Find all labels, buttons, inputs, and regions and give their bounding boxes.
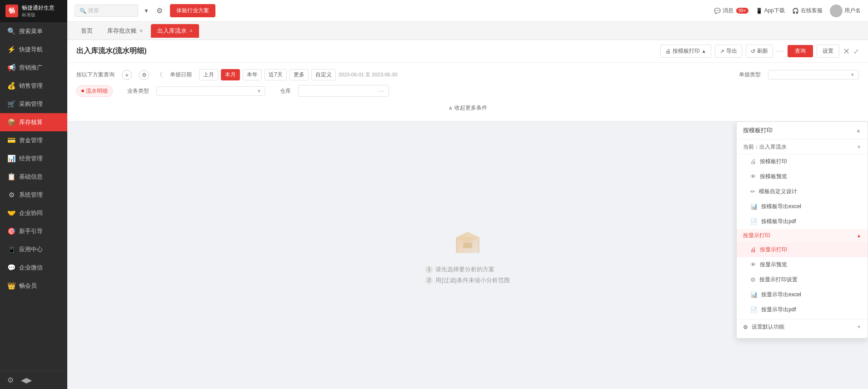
dropdown-footer[interactable]: ⚙ 设置默认功能 ▼	[737, 319, 868, 334]
logo-icon: 畅	[5, 5, 18, 17]
close-page-icon[interactable]: ✕	[843, 46, 850, 56]
expand-page-icon[interactable]: ⤢	[853, 48, 859, 55]
template-print-btn[interactable]: 🖨 按模板打印 ▲	[660, 45, 711, 58]
filter-collapse-icon[interactable]: 《	[156, 71, 163, 79]
sidebar-item-cooperation[interactable]: 🤝 企业协同	[0, 204, 67, 222]
filter-row-1: 按以下方案查询 + ⚙ 《 单据日期 上月 本月 本年 近7天 更多 自定义 2…	[76, 69, 859, 80]
message-btn[interactable]: 💬 消息 99+	[714, 7, 748, 15]
sidebar-item-label: 销售管理	[19, 82, 43, 90]
sidebar-item-purchase[interactable]: 🛒 采购管理	[0, 95, 67, 113]
chevron-up-icon: ∧	[449, 105, 453, 111]
empty-icon	[449, 224, 486, 260]
dropdown-item-label: 按显示导出excel	[761, 291, 801, 299]
tip-1-text: 请先选择要分析的方案	[435, 265, 494, 274]
trial-button[interactable]: 体验行业方案	[170, 4, 215, 17]
header-gear-icon[interactable]: ⚙	[156, 6, 163, 15]
sidebar-item-guide[interactable]: 🎯 新手引导	[0, 222, 67, 240]
dropdown-item-label: 按显示打印设置	[759, 276, 798, 284]
shortcut-icon: ⚡	[7, 45, 15, 54]
tab-flow-close[interactable]: ×	[190, 28, 193, 34]
chevron-up-icon: ▲	[702, 49, 706, 54]
dropdown-item-display-settings[interactable]: ⚙ 按显示打印设置	[737, 272, 868, 287]
dropdown-item-display-pdf[interactable]: 📄 按显示导出pdf	[737, 302, 868, 317]
sidebar-item-label: 畅会员	[19, 282, 37, 290]
date-btn-last-month[interactable]: 上月	[199, 69, 218, 80]
filter-settings-button[interactable]: ⚙	[139, 70, 149, 80]
dropdown-item-label: 按显示预览	[760, 261, 787, 269]
dropdown-item-template-print[interactable]: 🖨 按模板打印	[737, 154, 868, 169]
section-arrow-icon[interactable]: ▲	[857, 233, 861, 238]
date-btn-more[interactable]: 更多	[289, 69, 309, 80]
dropdown-section-display[interactable]: 按显示打印 ▲	[737, 229, 868, 242]
export-label: 导出	[726, 47, 737, 55]
date-btn-custom[interactable]: 自定义	[311, 69, 336, 80]
dropdown-header: 按模板打印 ▲	[737, 122, 868, 140]
filter-add-button[interactable]: +	[122, 70, 132, 80]
page-header-actions: 🖨 按模板打印 ▲ ↗ 导出 ↺ 刷新 ··· 查询 设置 ✕ ⤢	[660, 45, 859, 58]
tip-2-num: 2	[425, 277, 433, 284]
display-pdf-icon: 📄	[750, 306, 758, 313]
date-btn-7days[interactable]: 近7天	[264, 69, 287, 80]
template-print-label: 按模板打印	[673, 47, 700, 55]
more-actions-icon[interactable]: ···	[777, 47, 784, 55]
wechat-icon: 💬	[7, 264, 15, 272]
dropdown-item-template-pdf[interactable]: 📄 按模板导出pdf	[737, 214, 868, 229]
sidebar-item-appcenter[interactable]: 📱 应用中心	[0, 240, 67, 259]
header-search-icon: 🔍	[80, 8, 86, 14]
sidebar-item-shortcut[interactable]: ⚡ 快捷导航	[0, 40, 67, 59]
svg-rect-2	[463, 243, 472, 248]
print-icon: 🖨	[665, 48, 671, 55]
dropdown-item-display-preview[interactable]: 👁 按显示预览	[737, 257, 868, 272]
settings-button[interactable]: 设置	[817, 45, 839, 58]
sidebar-nav: 🔍 搜索菜单 ⚡ 快捷导航 📢 营销推广 💰 销售管理 🛒 采购管理 📦 库存核…	[0, 22, 67, 371]
dropdown-item-display-print[interactable]: 🖨 按显示打印	[737, 242, 868, 257]
tab-home[interactable]: 首页	[75, 24, 99, 38]
sidebar-item-sales[interactable]: 💰 销售管理	[0, 77, 67, 95]
sidebar-item-label: 搜索菜单	[19, 27, 43, 35]
logo-title: 畅捷通好生意	[22, 5, 55, 12]
query-button[interactable]: 查询	[788, 45, 813, 57]
dropdown-item-display-excel[interactable]: 📊 按显示导出excel	[737, 287, 868, 302]
sidebar-item-finance[interactable]: 💳 资金管理	[0, 131, 67, 150]
collapse-icon[interactable]: ◀▶	[21, 376, 32, 384]
sidebar-item-marketing[interactable]: 📢 营销推广	[0, 59, 67, 77]
dropdown-item-label: 模板自定义设计	[759, 188, 797, 195]
current-arrow-icon[interactable]: ▼	[857, 145, 861, 150]
type-filter-input[interactable]: ▼	[768, 70, 859, 80]
sidebar-item-wechat[interactable]: 💬 企业微信	[0, 259, 67, 277]
sidebar-item-search[interactable]: 🔍 搜索菜单	[0, 22, 67, 40]
online-service-btn[interactable]: 🎧 在线客服	[792, 7, 823, 15]
sidebar-item-vip[interactable]: 👑 畅会员	[0, 277, 67, 295]
refresh-btn[interactable]: ↺ 刷新	[746, 45, 773, 58]
finance-icon: 💳	[7, 136, 15, 145]
warehouse-filter-input[interactable]: ···	[298, 85, 389, 97]
sidebar-item-inventory[interactable]: 📦 库存核算	[0, 113, 67, 131]
sidebar-item-system[interactable]: ⚙ 系统管理	[0, 186, 67, 204]
business-filter-input[interactable]: ▼	[156, 86, 265, 96]
sidebar-item-label: 应用中心	[19, 245, 43, 254]
filter-tag-flow[interactable]: 流水明细	[76, 85, 113, 97]
dropdown-item-template-preview[interactable]: 👁 按模板预览	[737, 169, 868, 184]
preview-icon: 👁	[750, 173, 756, 180]
export-btn[interactable]: ↗ 导出	[715, 45, 742, 58]
date-btn-this-month[interactable]: 本月	[221, 69, 240, 80]
date-btn-this-year[interactable]: 本年	[243, 69, 262, 80]
sidebar-item-label: 新手引导	[19, 227, 43, 235]
tab-flow[interactable]: 出入库流水 ×	[151, 24, 199, 38]
dropdown-collapse-icon[interactable]: ▲	[856, 127, 861, 134]
sidebar-item-operations[interactable]: 📊 经营管理	[0, 150, 67, 168]
app-download-btn[interactable]: 📱 App下载	[756, 7, 785, 15]
tab-batch[interactable]: 库存批次账 ×	[101, 24, 149, 38]
collapse-more-button[interactable]: ∧ 收起更多条件	[76, 101, 859, 115]
inventory-icon: 📦	[7, 118, 15, 126]
empty-tips: 1 请先选择要分析的方案 2 用[过滤]条件来缩小分析范围	[425, 265, 509, 287]
user-menu[interactable]: 用户名	[830, 5, 861, 17]
tab-batch-close[interactable]: ×	[140, 28, 143, 34]
dropdown-item-template-design[interactable]: ✏ 模板自定义设计	[737, 184, 868, 199]
header-search-box[interactable]: 🔍 搜索	[75, 5, 138, 17]
main-area: 🔍 搜索 ▼ ⚙ 体验行业方案 💬 消息 99+ 📱 App下载 🎧 在线客服 …	[67, 0, 868, 389]
sidebar-item-basic[interactable]: 📋 基础信息	[0, 168, 67, 186]
settings-bottom-icon[interactable]: ⚙	[7, 376, 14, 384]
dropdown-item-template-excel[interactable]: 📊 按模板导出excel	[737, 199, 868, 214]
header-dropdown-arrow[interactable]: ▼	[144, 8, 149, 14]
